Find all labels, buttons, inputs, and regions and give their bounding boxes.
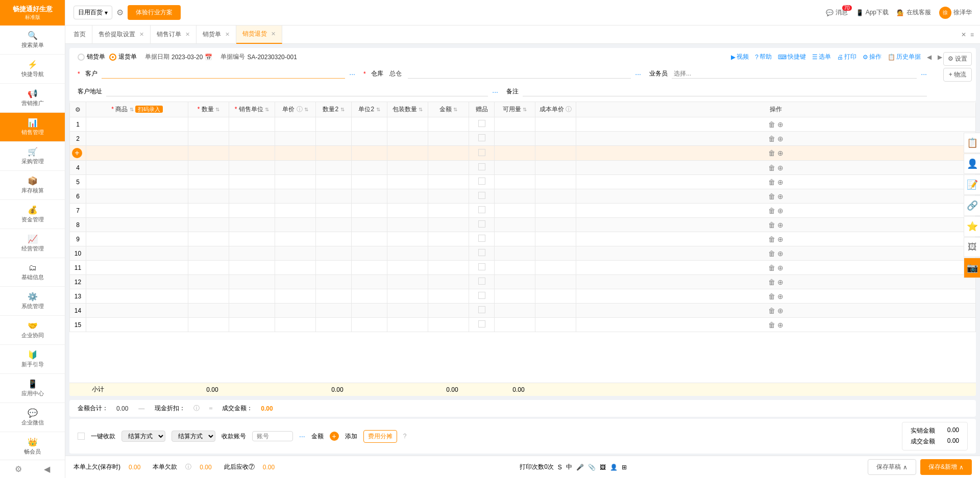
sidebar-item-quick-nav[interactable]: ⚡ 快捷导航 — [0, 55, 65, 84]
sort-icon[interactable]: ⇅ — [130, 107, 134, 112]
delete-icon-1[interactable]: 🗑 — [768, 120, 775, 129]
one-click-checkbox[interactable] — [78, 433, 85, 440]
salesperson-dots-btn[interactable]: ··· — [921, 70, 927, 78]
delete-icon-15[interactable]: 🗑 — [768, 321, 775, 329]
copy-icon-5[interactable]: ⊕ — [777, 178, 783, 186]
row-cost-11[interactable] — [535, 261, 576, 275]
row-unit-5[interactable] — [229, 175, 275, 189]
row-product-12[interactable] — [86, 275, 188, 289]
row-unit-10[interactable] — [229, 246, 275, 261]
row-pkg-14[interactable] — [387, 304, 428, 318]
row-unit2-1[interactable] — [352, 117, 387, 132]
copy-icon-10[interactable]: ⊕ — [777, 249, 783, 258]
row-amount-5[interactable] — [428, 175, 469, 189]
row-unit2-10[interactable] — [352, 246, 387, 261]
row-pkg-12[interactable] — [387, 275, 428, 289]
sort-amount-icon[interactable]: ⇅ — [453, 107, 457, 112]
float-star-btn[interactable]: ⭐ — [964, 216, 980, 237]
row-unit-6[interactable] — [229, 189, 275, 204]
online-service-btn[interactable]: 💁 在线客服 — [897, 8, 931, 17]
row-product-3[interactable] — [86, 146, 188, 161]
row-price-13[interactable] — [275, 289, 316, 304]
row-qty-11[interactable] — [188, 261, 229, 275]
radio-sales[interactable]: 销货单 — [78, 53, 105, 61]
calendar-icon[interactable]: 📅 — [205, 54, 212, 61]
row-product-6[interactable] — [86, 189, 188, 204]
row-amount-3[interactable] — [428, 146, 469, 161]
app-download-btn[interactable]: 📱 App下载 — [856, 8, 889, 17]
row-cost-15[interactable] — [535, 318, 576, 332]
row-qty2-11[interactable] — [316, 261, 352, 275]
row-avail-15[interactable] — [495, 318, 535, 332]
row-cost-1[interactable] — [535, 117, 576, 132]
row-price-11[interactable] — [275, 261, 316, 275]
row-price-5[interactable] — [275, 175, 316, 189]
row-avail-9[interactable] — [495, 232, 535, 246]
product-input-3[interactable] — [93, 149, 181, 157]
row-qty-7[interactable] — [188, 204, 229, 218]
row-unit-3[interactable] — [229, 146, 275, 161]
row-unit-9[interactable] — [229, 232, 275, 246]
row-unit2-2[interactable] — [352, 132, 387, 146]
sidebar-item-purchase[interactable]: 🛒 采购管理 — [0, 142, 65, 171]
row-qty-13[interactable] — [188, 289, 229, 304]
icon3[interactable]: 🎤 — [576, 464, 584, 471]
tab-close-all-icon[interactable]: ✕ — [961, 31, 966, 38]
row-unit2-12[interactable] — [352, 275, 387, 289]
copy-icon-9[interactable]: ⊕ — [777, 235, 783, 243]
row-cost-7[interactable] — [535, 204, 576, 218]
sidebar-item-member[interactable]: 👑 畅会员 — [0, 432, 65, 460]
row-price-4[interactable] — [275, 161, 316, 175]
customer-dots-btn[interactable]: ··· — [349, 70, 355, 78]
row-gift-1[interactable] — [469, 117, 495, 132]
row-cost-6[interactable] — [535, 189, 576, 204]
tab-price-setting[interactable]: 售价提取设置 ✕ — [92, 26, 151, 44]
row-price-10[interactable] — [275, 246, 316, 261]
tab-sales-order[interactable]: 销售订单 ✕ — [151, 26, 197, 44]
row-qty-6[interactable] — [188, 189, 229, 204]
row-pkg-10[interactable] — [387, 246, 428, 261]
delete-icon-7[interactable]: 🗑 — [768, 207, 775, 215]
row-qty2-14[interactable] — [316, 304, 352, 318]
row-price-9[interactable] — [275, 232, 316, 246]
sidebar-item-marketing[interactable]: 📢 营销推广 — [0, 84, 65, 113]
row-cost-8[interactable] — [535, 218, 576, 232]
icon1[interactable]: S — [558, 464, 562, 471]
row-unit2-5[interactable] — [352, 175, 387, 189]
copy-icon-4[interactable]: ⊕ — [777, 164, 783, 172]
row-qty-3[interactable] — [188, 146, 229, 161]
sort-qty-icon[interactable]: ⇅ — [215, 107, 219, 112]
nav-next-icon[interactable]: ▶ — [938, 54, 942, 61]
toolbar-operate-btn[interactable]: ⚙ 操作 — [863, 53, 881, 61]
warehouse-input[interactable] — [408, 69, 631, 79]
row-avail-6[interactable] — [495, 189, 535, 204]
row-amount-10[interactable] — [428, 246, 469, 261]
row-qty-15[interactable] — [188, 318, 229, 332]
row-avail-4[interactable] — [495, 161, 535, 175]
experience-btn[interactable]: 体验行业方案 — [128, 5, 181, 20]
copy-icon-14[interactable]: ⊕ — [777, 307, 783, 315]
save-new-btn[interactable]: 保存&新增 ∧ — [920, 459, 972, 475]
float-form-btn[interactable]: 📋 — [964, 133, 980, 153]
row-pkg-9[interactable] — [387, 232, 428, 246]
copy-icon-11[interactable]: ⊕ — [777, 264, 783, 272]
row-unit-4[interactable] — [229, 161, 275, 175]
copy-icon-8[interactable]: ⊕ — [777, 221, 783, 229]
icon6[interactable]: 👤 — [610, 464, 618, 471]
add-row-btn[interactable]: + — [72, 148, 82, 158]
row-qty2-3[interactable] — [316, 146, 352, 161]
row-gift-12[interactable] — [469, 275, 495, 289]
sidebar-settings-icon[interactable]: ⚙ — [15, 464, 22, 474]
row-pkg-3[interactable] — [387, 146, 428, 161]
row-unit-14[interactable] — [229, 304, 275, 318]
row-pkg-1[interactable] — [387, 117, 428, 132]
row-pkg-15[interactable] — [387, 318, 428, 332]
row-qty2-8[interactable] — [316, 218, 352, 232]
float-customer-btn[interactable]: 👤 — [964, 154, 980, 174]
row-pkg-11[interactable] — [387, 261, 428, 275]
salesperson-input[interactable] — [672, 69, 917, 79]
row-gift-11[interactable] — [469, 261, 495, 275]
row-amount-6[interactable] — [428, 189, 469, 204]
row-amount-1[interactable] — [428, 117, 469, 132]
message-btn[interactable]: 💬 消息 70 — [826, 8, 848, 17]
